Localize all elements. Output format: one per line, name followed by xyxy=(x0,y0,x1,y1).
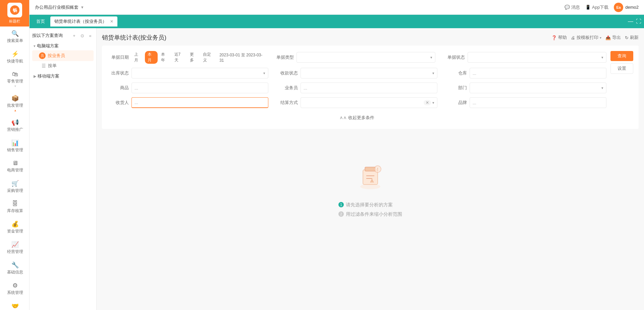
mobile-group-header[interactable]: ▶ 移动端方案 xyxy=(32,72,94,81)
export-btn[interactable]: 📤 导出 xyxy=(605,35,621,41)
receive-status-field[interactable]: ▾ xyxy=(301,68,437,79)
date-tab-custom[interactable]: 自定义 xyxy=(200,51,217,64)
sidebar-item-finance[interactable]: 💰 资金管理 xyxy=(0,217,29,238)
warehouse-label: 仓库 xyxy=(445,70,467,76)
payment-dropdown-icon: ▾ xyxy=(432,101,434,105)
sidebar-item-system-label: 系统管理 xyxy=(7,290,23,296)
sidebar-item-wholesale[interactable]: 📦 批发管理 ▴ xyxy=(0,91,29,115)
sidebar-item-quick[interactable]: ⚡ 快捷导航 xyxy=(0,47,29,67)
sidebar-item-purchase[interactable]: 🛒 采购管理 xyxy=(0,176,29,197)
collapse-label: 收起更多条件 xyxy=(348,115,374,120)
sidebar-item-marketing[interactable]: 📢 营销推广 xyxy=(0,115,29,136)
brand-field[interactable]: ... xyxy=(470,97,606,108)
print-btn[interactable]: 🖨 按模板打印 ▾ xyxy=(571,35,601,41)
scheme-item-salesperson[interactable]: 员 按业务员 xyxy=(32,50,94,61)
basic-icon: 🔧 xyxy=(11,261,19,269)
settings-btn[interactable]: 设置 xyxy=(610,63,633,74)
date-filter: 上月 本月 本年 近7天 更多 自定义 2023-03-01 至 2023-03… xyxy=(131,51,264,64)
date-label: 单据日期 xyxy=(107,54,129,60)
sidebar-item-retail[interactable]: 🛍 零售管理 ▾ xyxy=(0,67,29,91)
sidebar-item-search[interactable]: 🔍 搜索菜单 xyxy=(0,27,29,47)
date-tab-this-month[interactable]: 本月 xyxy=(145,51,158,64)
sidebar-item-inventory[interactable]: 🗄 库存核算 xyxy=(0,197,29,217)
doc-status-dropdown-icon: ▾ xyxy=(601,55,603,60)
sidebar-item-operation[interactable]: 📈 经营管理 xyxy=(0,238,29,258)
print-icon: 🖨 xyxy=(571,35,575,40)
header-dropdown-icon[interactable]: ▾ xyxy=(81,5,84,10)
date-range: 2023-03-01 至 2023-03-31 xyxy=(219,52,264,63)
filter-actions: 查询 设置 xyxy=(610,51,633,123)
refresh-label: 刷新 xyxy=(630,35,639,41)
top-header: 办公用品行业模拟账套 ▾ 💬 消息 📱 App下载 Ea demo2 xyxy=(30,0,644,15)
refresh-btn[interactable]: ↻ 刷新 xyxy=(625,35,639,41)
logo-label: 标题栏 xyxy=(9,19,20,24)
panel-edit-btn[interactable]: ⊙ xyxy=(79,32,86,39)
out-status-field[interactable]: ▾ xyxy=(131,68,268,79)
goods-value: ... xyxy=(135,86,265,91)
user-label: demo2 xyxy=(625,5,639,10)
doc-type-field[interactable]: ▾ xyxy=(297,52,435,63)
header-left: 办公用品行业模拟账套 ▾ xyxy=(35,4,84,10)
sidebar-item-ecommerce[interactable]: 🖥 电商管理 xyxy=(0,156,29,176)
date-tab-more[interactable]: 更多 xyxy=(187,51,200,64)
doc-type-dropdown-icon: ▾ xyxy=(430,55,432,60)
empty-tips: 1 请先选择要分析的方案 2 用过滤条件来缩小分析范围 xyxy=(338,200,402,219)
empty-tip-1: 请先选择要分析的方案 xyxy=(346,200,393,209)
app-download-btn[interactable]: 📱 App下载 xyxy=(585,4,608,10)
ecommerce-icon: 🖥 xyxy=(12,160,18,167)
salesperson-label: 业务员 xyxy=(276,85,298,91)
consignee-field[interactable]: ... xyxy=(131,97,268,108)
goods-field[interactable]: ... xyxy=(131,83,268,93)
payment-clear-tag[interactable]: ✕ xyxy=(424,100,431,105)
date-tab-last-month[interactable]: 上月 xyxy=(131,51,144,64)
user-area[interactable]: Ea demo2 xyxy=(614,3,639,12)
date-tab-7days[interactable]: 近7天 xyxy=(172,51,186,64)
filter-area: 单据日期 上月 本月 本年 近7天 更多 自定义 20 xyxy=(102,46,639,129)
query-btn[interactable]: 查询 xyxy=(610,51,633,61)
sidebar-item-marketing-label: 营销推广 xyxy=(7,127,23,133)
operation-icon: 📈 xyxy=(11,241,19,248)
filter-fields: 单据日期 上月 本月 本年 近7天 更多 自定义 20 xyxy=(107,51,606,123)
sidebar-item-cooperation[interactable]: 🤝 企业协同 xyxy=(0,299,29,310)
collapse-bar[interactable]: ∧∧ 收起更多条件 xyxy=(107,112,606,123)
payment-clear-icon[interactable]: ✕ xyxy=(426,100,429,105)
sidebar-item-basic[interactable]: 🔧 基础信息 xyxy=(0,258,29,278)
marketing-icon: 📢 xyxy=(11,119,19,126)
content: 按以下方案查询 + ⊙ « ▾ 电脑端方案 xyxy=(30,28,644,310)
tab-close-icon[interactable]: ✕ xyxy=(110,19,113,24)
page-title-bar: 销货单统计表(按业务员) ❓ 帮助 🖨 按模板打印 ▾ 📤 导出 xyxy=(102,34,639,42)
tab-current[interactable]: 销货单统计表（按业务员） ✕ xyxy=(50,16,117,27)
empty-tip-row-1: 1 请先选择要分析的方案 xyxy=(338,200,402,209)
logo-area[interactable]: 畅 标题栏 xyxy=(0,0,29,27)
left-panel: 按以下方案查询 + ⊙ « ▾ 电脑端方案 xyxy=(30,28,97,310)
doc-status-field[interactable]: ▾ xyxy=(468,52,606,63)
warehouse-field[interactable]: ... xyxy=(470,68,606,79)
dept-field[interactable]: ▾ xyxy=(470,83,606,93)
panel-collapse-btn[interactable]: « xyxy=(87,32,94,39)
sidebar-item-operation-label: 经营管理 xyxy=(7,249,23,255)
desktop-group-header[interactable]: ▾ 电脑端方案 xyxy=(32,42,94,50)
message-btn[interactable]: 💬 消息 xyxy=(565,4,580,10)
empty-state: ! 1 请先选择要分析的方案 2 用过滤条件来缩小分析范围 xyxy=(102,133,639,246)
search-icon: 🔍 xyxy=(11,30,19,37)
date-tab-this-year[interactable]: 本年 xyxy=(158,51,171,64)
out-status-dropdown-icon: ▾ xyxy=(263,71,265,75)
print-label: 按模板打印 xyxy=(577,35,598,41)
help-btn[interactable]: ❓ 帮助 xyxy=(551,35,567,41)
tab-minimize-icon[interactable]: — xyxy=(628,18,633,24)
payment-field[interactable]: ✕ ▾ xyxy=(301,97,437,108)
app-name: 办公用品行业模拟账套 xyxy=(35,4,78,10)
collapse-chevron-icon: ∧∧ xyxy=(339,115,347,120)
salesperson-field[interactable]: ... xyxy=(301,83,437,93)
doc-type-label: 单据类型 xyxy=(272,54,294,60)
sidebar-item-sales[interactable]: 📊 销售管理 xyxy=(0,136,29,156)
desktop-group-label: 电脑端方案 xyxy=(37,43,59,49)
tab-expand-icon[interactable]: ⛶ xyxy=(636,18,641,24)
panel-add-btn[interactable]: + xyxy=(71,32,77,39)
empty-icon: ! xyxy=(354,160,387,193)
tab-home[interactable]: 首页 xyxy=(32,16,49,27)
dept-label: 部门 xyxy=(445,85,467,91)
scheme-item-order[interactable]: ☰ 按单 xyxy=(32,61,94,70)
empty-tip-row-2: 2 用过滤条件来缩小分析范围 xyxy=(338,209,402,219)
sidebar-item-system[interactable]: ⚙ 系统管理 xyxy=(0,278,29,299)
